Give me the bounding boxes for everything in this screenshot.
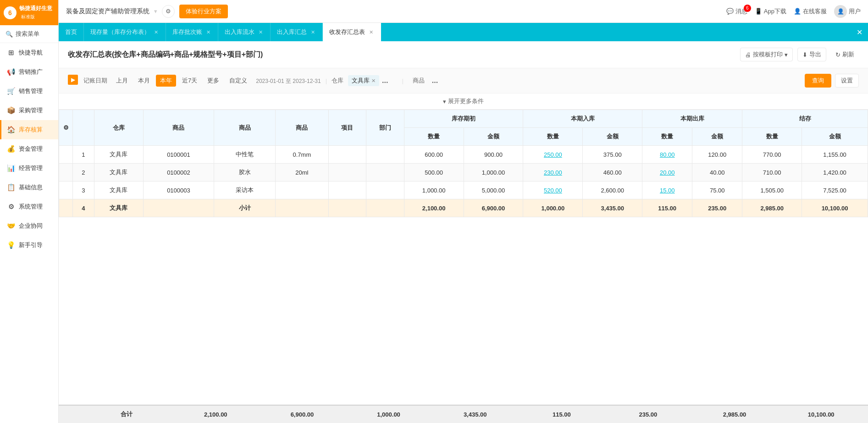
- print-icon: 🖨: [745, 51, 751, 58]
- tab-inventory-dist[interactable]: 现存量（库存分布表）✕: [84, 23, 166, 41]
- tab-close-inventory-dist[interactable]: ✕: [153, 29, 159, 35]
- col-opening-amt-header: 金额: [464, 128, 523, 146]
- row-project: [328, 146, 366, 164]
- sidebar-item-system[interactable]: ⚙系统管理: [0, 197, 58, 216]
- header-right: 💬 消息 6 📱 App下载 👤 在线客服 👤 用户: [726, 5, 861, 18]
- tab-bar-close-btn[interactable]: ✕: [851, 28, 868, 37]
- date-shortcut-2[interactable]: 本年: [156, 75, 176, 87]
- sidebar-item-quick-nav[interactable]: ⊞快捷导航: [0, 43, 58, 62]
- tab-in-out-summary[interactable]: 出入库汇总✕: [271, 23, 323, 41]
- col-goods-name-header: 商品: [214, 110, 275, 146]
- tab-label-batch-ledger: 库存批次账: [172, 28, 202, 36]
- row-opening-amt: 6,900.00: [464, 199, 523, 217]
- tab-recv-send-summary[interactable]: 收发存汇总表✕: [323, 23, 381, 41]
- row-out-qty[interactable]: 15.00: [642, 181, 692, 199]
- row-out-qty[interactable]: 20.00: [642, 164, 692, 181]
- tab-batch-ledger[interactable]: 库存批次账✕: [166, 23, 218, 41]
- export-button[interactable]: ⬇ 导出: [797, 48, 826, 61]
- footer-balance-amt: 10,100.00: [778, 411, 864, 418]
- sidebar-item-inventory[interactable]: 🏠库存核算: [0, 120, 58, 139]
- col-opening-qty-header: 数量: [404, 128, 464, 146]
- sales-icon: 🛒: [7, 87, 15, 95]
- user-item[interactable]: 👤 用户: [834, 5, 861, 18]
- sidebar-item-marketing[interactable]: 📢营销推广: [0, 62, 58, 82]
- filter-setting-btn[interactable]: 设置: [835, 74, 859, 88]
- warehouse-tag-remove[interactable]: ✕: [371, 78, 376, 84]
- row-settings[interactable]: [59, 164, 73, 181]
- row-goods-code: [144, 199, 214, 217]
- expand-conditions-bar[interactable]: ▾ 展开更多条件: [59, 93, 868, 110]
- row-goods-code: 0100003: [144, 181, 214, 199]
- col-goods-spec-header: 商品: [276, 110, 328, 146]
- tab-home[interactable]: 首页: [59, 23, 84, 41]
- filter-toggle-btn[interactable]: ▶: [68, 75, 78, 85]
- marketing-icon: 📢: [7, 68, 15, 76]
- tab-label-in-out-flow: 出入库流水: [225, 28, 254, 36]
- date-filter-label: 记账日期: [83, 77, 107, 85]
- refresh-button[interactable]: ↻ 刷新: [831, 48, 859, 61]
- sidebar-item-newbie[interactable]: 💡新手引导: [0, 236, 58, 255]
- goods-filter-label: 商品: [413, 77, 425, 85]
- trial-button[interactable]: 体验行业方案: [179, 5, 228, 18]
- logo-icon: 6: [4, 6, 17, 19]
- tab-bar: 首页现存量（库存分布表）✕库存批次账✕出入库流水✕出入库汇总✕收发存汇总表✕ ✕: [59, 23, 868, 41]
- sidebar-item-basic[interactable]: 📋基础信息: [0, 178, 58, 197]
- row-in-amt: 3,435.00: [583, 199, 642, 217]
- tab-label-in-out-summary: 出入库汇总: [277, 28, 307, 36]
- goods-more-btn[interactable]: ...: [432, 77, 438, 85]
- row-in-qty[interactable]: 250.00: [523, 146, 583, 164]
- row-settings[interactable]: [59, 146, 73, 164]
- row-dept: [366, 181, 404, 199]
- col-settings-header[interactable]: ⚙: [59, 110, 73, 146]
- tab-close-in-out-flow[interactable]: ✕: [257, 29, 264, 35]
- sidebar-item-sales[interactable]: 🛒销售管理: [0, 82, 58, 101]
- tab-label-inventory-dist: 现存量（库存分布表）: [90, 28, 150, 36]
- row-opening-qty: 600.00: [404, 146, 464, 164]
- row-in-qty[interactable]: 520.00: [523, 181, 583, 199]
- tab-close-in-out-summary[interactable]: ✕: [310, 29, 316, 35]
- newbie-label: 新手引导: [19, 241, 43, 249]
- online-service-item[interactable]: 👤 在线客服: [794, 7, 827, 16]
- tab-in-out-flow[interactable]: 出入库流水✕: [218, 23, 271, 41]
- date-shortcut-1[interactable]: 本月: [134, 75, 154, 87]
- footer-row: 合计 2,100.00 6,900.00 1,000.00 3,435.00 1…: [59, 406, 868, 423]
- row-warehouse: 文具库: [94, 146, 144, 164]
- row-warehouse: 文具库: [94, 181, 144, 199]
- search-menu-item[interactable]: 🔍 搜索菜单: [0, 25, 58, 43]
- message-item[interactable]: 💬 消息 6: [726, 7, 747, 16]
- row-out-amt: 75.00: [692, 181, 742, 199]
- settings-button[interactable]: ⚙: [162, 5, 175, 18]
- sidebar-item-operation[interactable]: 📊经营管理: [0, 159, 58, 178]
- sidebar-item-purchase[interactable]: 📦采购管理: [0, 101, 58, 120]
- sidebar-item-finance[interactable]: 💰资金管理: [0, 139, 58, 159]
- data-table: ⚙ 仓库 商品 商品 商品 项目 部门 库存期初 本期入库 本期出库 结存: [59, 110, 868, 217]
- phone-icon: 📱: [755, 8, 762, 15]
- print-button[interactable]: 🖨 按模板打印 ▾: [740, 48, 793, 61]
- row-settings: [59, 199, 73, 217]
- date-shortcut-0[interactable]: 上月: [112, 75, 132, 87]
- date-shortcut-4[interactable]: 更多: [203, 75, 223, 87]
- warehouse-tag[interactable]: 文具库 ✕: [348, 75, 379, 86]
- row-out-qty[interactable]: 80.00: [642, 146, 692, 164]
- row-settings[interactable]: [59, 181, 73, 199]
- app-download-item[interactable]: 📱 App下载: [755, 7, 786, 16]
- query-button[interactable]: 查询: [805, 74, 831, 88]
- warehouse-more-btn[interactable]: ...: [382, 77, 388, 85]
- row-warehouse: 文具库: [94, 164, 144, 181]
- sidebar-item-enterprise[interactable]: 🤝企业协同: [0, 216, 58, 236]
- col-in-qty-header: 数量: [523, 128, 583, 146]
- tab-close-batch-ledger[interactable]: ✕: [205, 29, 211, 35]
- row-num: 2: [73, 164, 94, 181]
- finance-icon: 💰: [7, 145, 15, 153]
- user-label: 用户: [849, 7, 861, 16]
- tab-label-home: 首页: [65, 28, 77, 36]
- date-shortcut-5[interactable]: 自定义: [225, 75, 251, 87]
- row-dept: [366, 146, 404, 164]
- export-label: 导出: [809, 50, 821, 59]
- message-badge: 6: [744, 5, 751, 12]
- row-in-qty[interactable]: 230.00: [523, 164, 583, 181]
- marketing-label: 营销推广: [19, 68, 43, 76]
- expand-label: 展开更多条件: [448, 97, 484, 105]
- tab-close-recv-send-summary[interactable]: ✕: [368, 29, 374, 35]
- date-shortcut-3[interactable]: 近7天: [178, 75, 201, 87]
